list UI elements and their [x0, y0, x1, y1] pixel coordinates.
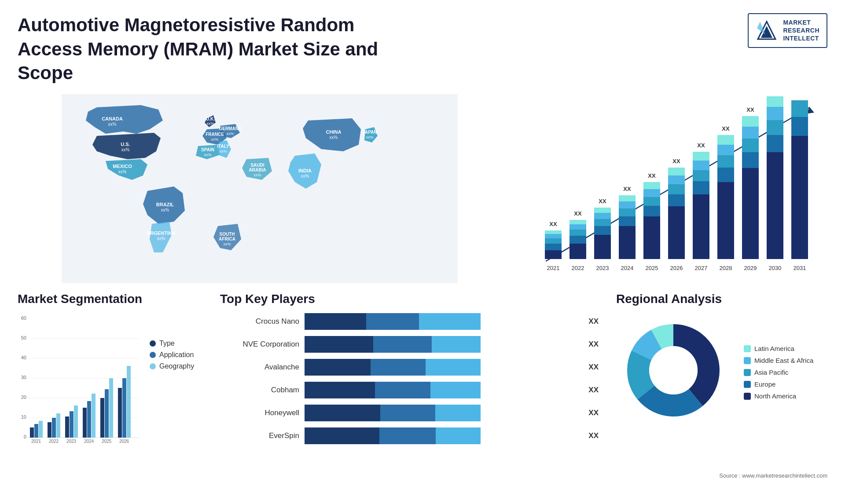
regional-section: Regional Analysis: [616, 292, 827, 468]
player-bar-wrap: [305, 336, 580, 353]
svg-text:CHINA: CHINA: [326, 129, 342, 135]
svg-rect-125: [30, 427, 34, 438]
svg-rect-107: [791, 136, 808, 259]
logo-container: MARKET RESEARCH INTELLECT: [748, 13, 827, 48]
svg-text:2022: 2022: [572, 265, 584, 271]
svg-rect-40: [545, 238, 562, 244]
regional-title: Regional Analysis: [616, 292, 827, 306]
logo-block: MARKET RESEARCH INTELLECT: [748, 13, 827, 48]
svg-rect-109: [791, 100, 808, 117]
svg-rect-69: [643, 189, 660, 197]
player-name: Cobham: [220, 386, 299, 394]
svg-rect-142: [105, 389, 109, 438]
svg-rect-74: [668, 194, 685, 206]
svg-rect-81: [693, 181, 709, 194]
svg-text:ARABIA: ARABIA: [249, 168, 266, 172]
player-name: Honeywell: [220, 409, 299, 417]
svg-rect-139: [92, 394, 96, 438]
regional-color-na: [744, 393, 751, 400]
regional-donut-svg: [616, 313, 731, 427]
player-row: CobhamXX: [220, 382, 599, 398]
svg-rect-38: [545, 250, 562, 259]
svg-rect-77: [668, 168, 685, 175]
svg-text:XX: XX: [672, 158, 680, 164]
player-bar: [305, 405, 580, 421]
player-row: NVE CorporationXX: [220, 336, 599, 353]
svg-rect-60: [619, 216, 636, 226]
svg-text:2027: 2027: [695, 265, 708, 271]
svg-text:JAPAN: JAPAN: [362, 130, 377, 135]
svg-rect-143: [109, 378, 113, 438]
svg-rect-52: [594, 235, 611, 259]
svg-rect-137: [83, 408, 87, 438]
svg-text:XX: XX: [697, 142, 705, 149]
svg-text:20: 20: [21, 394, 26, 400]
svg-text:SPAIN: SPAIN: [201, 147, 214, 152]
svg-text:INDIA: INDIA: [298, 168, 312, 173]
player-bar-wrap: [305, 382, 580, 398]
legend-dot-geography: [150, 363, 156, 369]
svg-text:xx%: xx%: [219, 149, 227, 153]
svg-text:2024: 2024: [621, 265, 634, 271]
svg-text:xx%: xx%: [254, 173, 261, 177]
bottom-section: Market Segmentation 0 10 20 30 40 50 60: [18, 292, 827, 477]
player-bar-segment-1: [305, 313, 366, 330]
regional-color-apac: [744, 369, 751, 376]
svg-rect-145: [118, 388, 122, 438]
svg-text:GERMANY: GERMANY: [219, 126, 241, 131]
legend-item-geography: Geography: [150, 362, 194, 370]
svg-text:FRANCE: FRANCE: [206, 132, 224, 137]
svg-rect-83: [693, 161, 709, 170]
svg-text:xx%: xx%: [108, 122, 117, 127]
player-bar-wrap: [305, 405, 580, 421]
logo-icon: [756, 19, 778, 41]
svg-text:xx%: xx%: [330, 135, 338, 140]
growth-chart-section: XX 2021 XX 2022 XX 2023: [519, 94, 827, 283]
svg-rect-146: [122, 378, 126, 438]
regional-legend-mea: Middle East & Africa: [744, 357, 813, 364]
svg-text:XX: XX: [722, 125, 730, 132]
svg-text:40: 40: [21, 355, 26, 360]
svg-rect-66: [643, 216, 660, 259]
player-row: HoneywellXX: [220, 405, 599, 421]
svg-rect-61: [619, 208, 636, 216]
top-section: CANADA xx% U.S. xx% MEXICO xx% BRAZIL xx…: [18, 94, 827, 283]
svg-text:2029: 2029: [744, 265, 757, 271]
page-title: Automotive Magnetoresistive Random Acces…: [18, 13, 392, 85]
svg-rect-135: [74, 405, 78, 438]
svg-text:XX: XX: [648, 172, 656, 179]
regional-content: Latin America Middle East & Africa Asia …: [616, 313, 827, 427]
player-xx-label: XX: [588, 340, 599, 349]
svg-rect-53: [594, 226, 611, 235]
svg-text:BRAZIL: BRAZIL: [156, 202, 174, 207]
players-section: Top Key Players Crocus NanoXXNVE Corpora…: [220, 292, 599, 468]
svg-text:50: 50: [21, 335, 26, 340]
svg-text:xx%: xx%: [121, 147, 130, 152]
svg-rect-42: [545, 230, 562, 234]
svg-text:AFRICA: AFRICA: [219, 237, 235, 241]
regional-legend-europe: Europe: [744, 380, 813, 388]
svg-rect-105: [767, 96, 783, 107]
svg-rect-97: [742, 127, 759, 139]
player-bar-wrap: [305, 359, 580, 376]
regional-color-europe: [744, 381, 751, 388]
player-name: EverSpin: [220, 431, 299, 440]
legend-item-application: Application: [150, 351, 194, 359]
regional-legend-apac: Asia Pacific: [744, 369, 813, 376]
player-bar-segment-2: [373, 336, 432, 353]
svg-rect-129: [48, 422, 51, 438]
player-name: Avalanche: [220, 363, 299, 372]
svg-rect-39: [545, 244, 562, 250]
player-bar: [305, 427, 580, 444]
logo-text: MARKET RESEARCH INTELLECT: [783, 18, 819, 43]
svg-rect-96: [742, 139, 759, 152]
svg-rect-46: [569, 236, 586, 244]
player-xx-label: XX: [588, 386, 599, 394]
player-xx-label: XX: [588, 409, 599, 417]
svg-rect-54: [594, 219, 611, 226]
player-bar-segment-1: [305, 336, 373, 353]
svg-point-154: [649, 346, 698, 394]
svg-rect-138: [87, 401, 91, 438]
svg-rect-75: [668, 184, 685, 194]
svg-text:xx%: xx%: [204, 153, 211, 157]
